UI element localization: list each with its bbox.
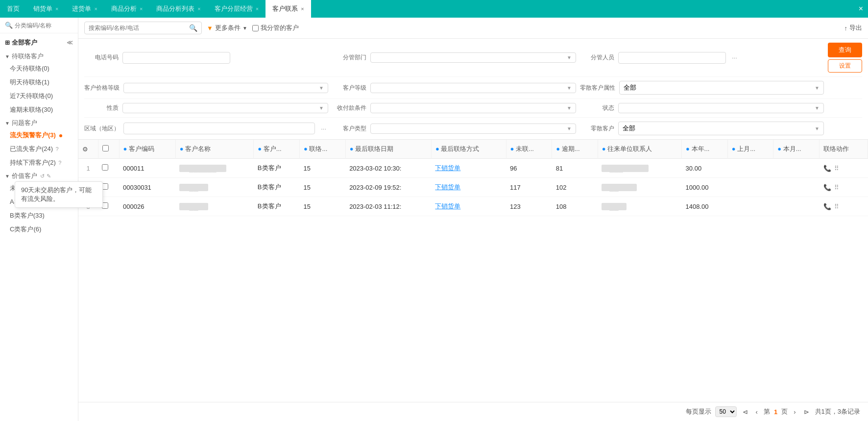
region-dots[interactable]: ··· <box>319 125 328 132</box>
sidebar-item-today[interactable]: 今天待联络(0) <box>0 62 78 75</box>
dept-select[interactable]: ▼ <box>370 52 576 63</box>
cust-type-select[interactable]: ▼ <box>370 124 576 134</box>
sidebar-search-input[interactable] <box>15 22 73 29</box>
tab-product-analysis[interactable]: 商品分析 × <box>104 0 149 18</box>
scatter-cust-select[interactable]: 全部 ▼ <box>618 122 824 135</box>
select-all-checkbox[interactable] <box>102 145 109 151</box>
col-last-date[interactable]: ● 最后联络日期 <box>345 140 431 159</box>
filter-field-region: 区域（地区） ··· <box>84 123 328 134</box>
phone-action-icon[interactable]: 📞 <box>823 184 831 191</box>
sidebar-content: ⊞ 全部客户 ≪ ▼ 待联络客户 今天待联络(0) 明天待联络(1) 近7天待联… <box>0 33 78 421</box>
phone-action-icon[interactable]: 📞 <box>823 203 831 210</box>
row-action[interactable]: 📞 ⠿ <box>820 197 868 216</box>
price-grade-select[interactable]: ▼ <box>123 83 328 93</box>
search-input[interactable] <box>89 25 189 31</box>
last-page-btn[interactable]: ⊳ <box>802 407 811 417</box>
col-code[interactable]: ● 客户编码 <box>119 140 175 159</box>
col-overdue[interactable]: ● 逾期... <box>552 140 598 159</box>
row-year-amount: 30.00 <box>682 159 728 178</box>
sidebar-item-class-c[interactable]: C类客户(6) <box>0 223 78 236</box>
my-customers-check[interactable] <box>252 25 259 31</box>
collapse-icon[interactable]: ≪ <box>67 39 73 46</box>
settings-button[interactable]: 设置 <box>828 59 862 73</box>
nature-select[interactable]: ▼ <box>122 103 328 113</box>
filter-btn[interactable]: ▼ 更多条件 ▼ <box>207 24 247 32</box>
sidebar-item-class-b[interactable]: B类客户(33) <box>0 209 78 223</box>
cust-grade-select[interactable]: ▼ <box>370 83 576 93</box>
sidebar-item-tomorrow[interactable]: 明天待联络(1) <box>0 75 78 89</box>
status-select[interactable]: ▼ <box>618 103 824 113</box>
page-unit: 页 <box>781 407 788 416</box>
col-name[interactable]: ● 客户名称 <box>175 140 253 159</box>
more-action-icon[interactable]: ⠿ <box>834 203 839 210</box>
col-last-month[interactable]: ● 上月... <box>727 140 773 159</box>
tab-purchase-close[interactable]: × <box>94 6 97 12</box>
search-input-wrap: 🔍 <box>84 22 202 34</box>
edit-icon[interactable]: ✎ <box>47 173 51 179</box>
row-last-method[interactable]: 下销货单 <box>431 159 506 178</box>
filter-field-cust-type: 客户类型 ▼ <box>332 124 576 134</box>
sidebar-all-customers[interactable]: ⊞ 全部客户 ≪ <box>0 35 78 50</box>
col-settings[interactable]: ⚙ <box>78 140 98 159</box>
tab-product-list-close[interactable]: × <box>197 6 200 12</box>
row-code: 000026 <box>119 197 175 216</box>
tab-product-analysis-close[interactable]: × <box>140 6 143 12</box>
first-page-btn[interactable]: ⊲ <box>741 407 750 417</box>
phone-input[interactable] <box>122 52 230 64</box>
tab-product-list[interactable]: 商品分析列表 × <box>149 0 207 18</box>
more-action-icon[interactable]: ⠿ <box>834 184 839 191</box>
query-button[interactable]: 查询 <box>828 43 862 57</box>
tab-sales[interactable]: 销货单 × <box>26 0 65 18</box>
scatter-attr-select[interactable]: 全部 ▼ <box>619 81 824 95</box>
my-customers-checkbox[interactable]: 我分管的客户 <box>252 24 299 32</box>
customer-table: ⚙ ● 客户编码 ● 客户名称 ● <box>78 140 868 216</box>
tab-purchase[interactable]: 进货单 × <box>65 0 104 18</box>
tab-customer-contact-close[interactable]: × <box>301 6 304 12</box>
search-icon[interactable]: 🔍 <box>189 24 197 32</box>
window-close-btn[interactable]: × <box>859 4 868 13</box>
next-page-btn[interactable]: › <box>792 407 797 417</box>
col-no-contact[interactable]: ● 未联... <box>506 140 552 159</box>
manager-dots[interactable]: ··· <box>730 54 739 61</box>
tab-customer-contact[interactable]: 客户联系 × <box>265 0 311 18</box>
col-this-month[interactable]: ● 本月... <box>773 140 820 159</box>
filter-field-price-grade: 客户价格等级 ▼ <box>84 83 328 93</box>
sidebar-item-churned[interactable]: 已流失客户(24) ? <box>0 142 78 156</box>
more-action-icon[interactable]: ⠿ <box>834 165 839 172</box>
prev-page-btn[interactable]: ‹ <box>754 407 760 417</box>
info-icon[interactable]: ? <box>55 146 58 152</box>
manager-input[interactable] <box>618 52 726 64</box>
tab-home[interactable]: 首页 <box>0 0 26 18</box>
section-pending-contact[interactable]: ▼ 待联络客户 <box>0 50 78 62</box>
col-type[interactable]: ● 客户... <box>254 140 300 159</box>
filter-row-1: 电话号码 分管部门 ▼ 分管人员 ··· 查询 设置 <box>84 39 862 77</box>
row-action[interactable]: 📞 ⠿ <box>820 178 868 197</box>
region-input[interactable] <box>123 123 315 134</box>
refresh-icon[interactable]: ↺ <box>40 173 45 179</box>
phone-action-icon[interactable]: 📞 <box>823 165 831 172</box>
row-last-method[interactable]: 下销货单 <box>431 197 506 216</box>
col-year[interactable]: ● 本年... <box>682 140 728 159</box>
tab-customer-tier-close[interactable]: × <box>256 6 259 12</box>
tab-customer-tier[interactable]: 客户分层经营 × <box>208 0 265 18</box>
info-icon-2[interactable]: ? <box>58 160 61 166</box>
row-checkbox[interactable] <box>98 159 119 178</box>
sidebar-item-overdue[interactable]: 逾期未联络(30) <box>0 103 78 117</box>
row-action[interactable]: 📞 ⠿ <box>820 159 868 178</box>
sidebar-item-declining[interactable]: 持续下滑客户(2) ? <box>0 156 78 170</box>
sidebar-item-churn-warning[interactable]: 流失预警客户(3) <box>0 128 78 142</box>
col-checkbox[interactable] <box>98 140 119 159</box>
sort-indicator-12: ● <box>777 145 781 152</box>
section-problem-customers[interactable]: ▼ 问题客户 <box>0 117 78 128</box>
scatter-cust-value: 全部 <box>623 124 635 133</box>
col-contact-days[interactable]: ● 联络... <box>299 140 345 159</box>
section-value-customers[interactable]: ▼ 价值客户 ↺ ✎ <box>0 170 78 181</box>
per-page-select[interactable]: 50 <box>715 406 737 417</box>
row-last-method[interactable]: 下销货单 <box>431 178 506 197</box>
sidebar-item-7days[interactable]: 近7天待联络(0) <box>0 89 78 103</box>
tab-sales-close[interactable]: × <box>55 6 58 12</box>
col-contact-person[interactable]: ● 往来单位联系人 <box>598 140 681 159</box>
export-btn[interactable]: ↑ 导出 <box>844 24 863 32</box>
col-last-method[interactable]: ● 最后联络方式 <box>431 140 506 159</box>
payment-select[interactable]: ▼ <box>370 103 576 113</box>
